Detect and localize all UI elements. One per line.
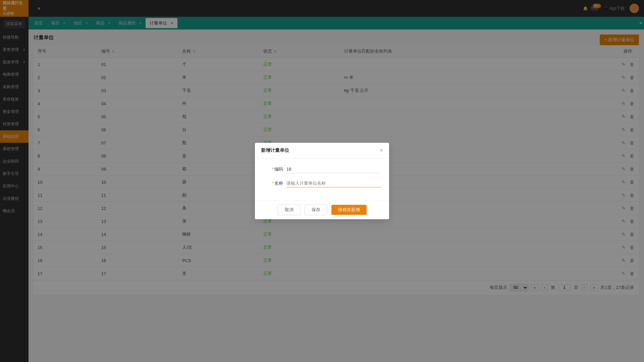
code-input[interactable] bbox=[286, 165, 381, 173]
form-row-code: *编码 bbox=[263, 165, 381, 173]
modal-overlay: 新增计量单位 × *编码 *名称 取消 保存 保存并新增 bbox=[0, 0, 644, 362]
cancel-button[interactable]: 取消 bbox=[278, 204, 301, 215]
save-and-new-button[interactable]: 保存并新增 bbox=[331, 205, 367, 215]
add-unit-modal: 新增计量单位 × *编码 *名称 取消 保存 保存并新增 bbox=[255, 143, 389, 219]
form-row-name: *名称 bbox=[263, 179, 381, 187]
name-label: *名称 bbox=[263, 180, 283, 186]
save-button[interactable]: 保存 bbox=[305, 204, 327, 215]
name-input[interactable] bbox=[286, 179, 381, 187]
modal-body: *编码 *名称 bbox=[255, 159, 389, 200]
modal-footer: 取消 保存 保存并新增 bbox=[255, 200, 389, 219]
modal-header: 新增计量单位 × bbox=[255, 143, 389, 159]
modal-close-button[interactable]: × bbox=[380, 147, 383, 154]
code-label: *编码 bbox=[263, 166, 283, 172]
modal-title: 新增计量单位 bbox=[261, 147, 289, 154]
